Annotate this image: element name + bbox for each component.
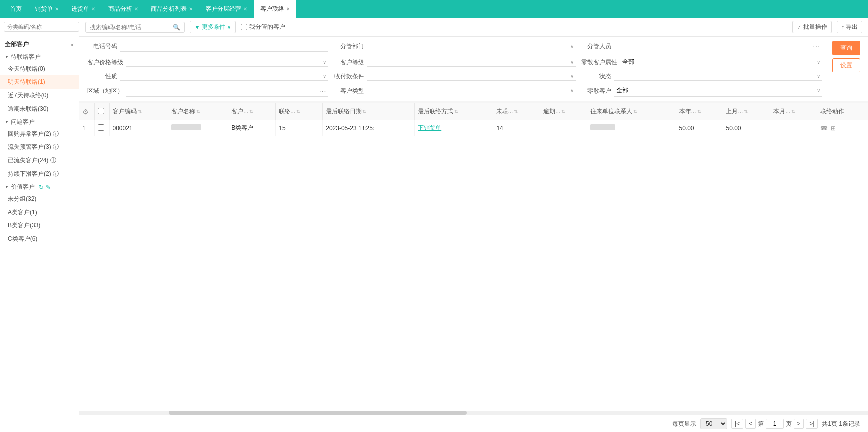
row-uncontacted: 14 [493, 120, 540, 136]
refresh-icon[interactable]: ↻ [39, 184, 44, 191]
sidebar-item-overdue[interactable]: 逾期未联络(30) [0, 102, 79, 116]
row-action-icons: ☎ ⊞ [817, 120, 868, 136]
sidebar-group-pending: ▼ 待联络客户 [0, 51, 79, 62]
filter-row-2: 客户价格等级 ∨ 客户等级 ∨ [87, 56, 822, 68]
table-row: 1 000021 B类客户 15 2023-05-23 18:25: 下销货单 [79, 120, 868, 136]
payment-select[interactable]: ∨ [367, 72, 575, 81]
nav-home[interactable]: 首页 [4, 0, 28, 18]
settings-button[interactable]: 设置 [832, 58, 860, 72]
nature-select[interactable]: ∨ [120, 72, 328, 81]
nav-close-customer-tier[interactable]: ✕ [243, 6, 247, 12]
next-page-btn[interactable]: > [794, 419, 804, 429]
nav-close-customer-contact[interactable]: ✕ [286, 6, 290, 12]
last-page-btn[interactable]: >| [806, 419, 818, 429]
price-level-select[interactable]: ∨ [126, 58, 328, 67]
row-last-month: 50.00 [723, 120, 770, 136]
row-type: B类客户 [228, 120, 276, 136]
sidebar-item-tomorrow[interactable]: 明天待联络(1) [0, 75, 79, 89]
first-page-btn[interactable]: |< [731, 419, 743, 429]
nav-purchase-order[interactable]: 进货单 ✕ [66, 0, 101, 18]
horizontal-scrollbar[interactable] [79, 411, 868, 415]
filter-row-1: 电话号码 分管部门 ∨ [87, 41, 822, 52]
sort-icon-11: ⇅ [744, 109, 748, 114]
page-size-select[interactable]: 50 20 100 [700, 418, 727, 429]
main-search-input[interactable] [90, 24, 171, 31]
nav-close-product-list[interactable]: ✕ [189, 6, 193, 12]
collapse-icon[interactable]: « [71, 41, 74, 48]
table-footer: 每页显示 50 20 100 |< < 第 页 > >| 共1页 1条记录 [79, 415, 868, 432]
scrollbar-thumb[interactable] [169, 411, 467, 415]
nav-product-analysis[interactable]: 商品分析 ✕ [102, 0, 144, 18]
nav-customer-contact[interactable]: 客户联络 ✕ [254, 0, 296, 18]
row-name [168, 120, 228, 136]
chevron-icon: ∧ [227, 24, 231, 31]
retail-customer-select[interactable]: 全部 ∨ [614, 85, 822, 97]
export-btn[interactable]: ↑ 导出 [837, 21, 862, 33]
nav-close-sales[interactable]: ✕ [55, 6, 59, 12]
advanced-filters: 电话号码 分管部门 ∨ [79, 37, 868, 101]
filter-price-level: 客户价格等级 ∨ [87, 58, 328, 67]
customer-level-select[interactable]: ∨ [367, 58, 575, 67]
manager-dots[interactable]: ··· [813, 42, 820, 50]
retail-attr-select[interactable]: 全部 ∨ [620, 56, 822, 68]
row-code: 000021 [109, 120, 168, 136]
my-customers-checkbox[interactable]: 我分管的客户 [241, 23, 285, 31]
row-this-year: 50.00 [676, 120, 723, 136]
col-uncontacted: 未联...⇅ [493, 103, 540, 120]
phone-input[interactable] [122, 43, 326, 50]
sidebar-item-today[interactable]: 今天待联络(0) [0, 62, 79, 75]
region-dots[interactable]: ··· [319, 87, 327, 95]
col-last-month: 上月...⇅ [723, 103, 770, 120]
sidebar-item-declining[interactable]: 持续下滑客户(2) ⓘ [0, 167, 79, 181]
sidebar-item-7days[interactable]: 近7天待联络(0) [0, 89, 79, 102]
sidebar-item-repurchase-abnormal[interactable]: 回购异常客户(2) ⓘ [0, 127, 79, 141]
sidebar-search-input[interactable] [4, 22, 79, 32]
row-select-checkbox[interactable] [98, 124, 104, 131]
col-code: 客户编码⇅ [109, 103, 168, 120]
nav-product-analysis-list[interactable]: 商品分析列表 ✕ [145, 0, 199, 18]
chevron-down-icon-4: ∨ [817, 59, 820, 65]
sort-icon: ⇅ [138, 109, 142, 114]
nav-sales-order[interactable]: 销货单 ✕ [29, 0, 65, 18]
row-checkbox [94, 120, 109, 136]
sort-icon-8: ⇅ [561, 109, 565, 114]
my-customers-input[interactable] [241, 24, 247, 30]
chevron-down-icon-8: ∨ [570, 88, 574, 93]
row-index: 1 [79, 120, 94, 136]
main-search-icon[interactable]: 🔍 [173, 24, 180, 31]
filter-status: 状态 ∨ [581, 72, 822, 81]
sidebar-item-class-c[interactable]: C类客户(6) [0, 232, 79, 246]
filter-retail-customer: 零散客户 全部 ∨ [581, 85, 822, 97]
all-customers-label: 全部客户 [5, 40, 29, 49]
nav-close-product-analysis[interactable]: ✕ [134, 6, 138, 12]
edit-icon[interactable]: ✎ [46, 184, 51, 191]
phone-action-icon[interactable]: ☎ [820, 125, 828, 132]
data-table-wrap: ⚙ 客户编码⇅ 客户名称⇅ 客户...⇅ [79, 103, 868, 411]
prev-page-btn[interactable]: < [745, 419, 756, 429]
batch-operation-btn[interactable]: ☑ 批量操作 [792, 21, 832, 33]
chevron-down-icon-9: ∨ [817, 88, 820, 93]
select-all-checkbox[interactable] [98, 108, 104, 114]
sidebar-item-churn-warning[interactable]: 流失预警客户(3) ⓘ [0, 141, 79, 154]
customer-type-select[interactable]: ∨ [367, 86, 575, 95]
dept-select[interactable]: ∨ [367, 42, 575, 51]
nav-close-purchase[interactable]: ✕ [91, 6, 95, 12]
page-number-input[interactable] [766, 419, 784, 429]
filter-icon: ▼ [194, 24, 200, 31]
sidebar-item-ungrouped[interactable]: 未分组(32) [0, 192, 79, 206]
gear-icon[interactable]: ⚙ [82, 108, 89, 116]
nav-customer-tier[interactable]: 客户分层经营 ✕ [200, 0, 253, 18]
status-select[interactable]: ∨ [614, 72, 822, 81]
sidebar-item-class-a[interactable]: A类客户(1) [0, 206, 79, 219]
page-label: 第 [758, 420, 764, 428]
col-this-month: 本月...⇅ [770, 103, 817, 120]
more-action-icon[interactable]: ⊞ [831, 125, 836, 132]
sidebar-group-problem: ▼ 问题客户 [0, 116, 79, 127]
data-table: ⚙ 客户编码⇅ 客户名称⇅ 客户...⇅ [79, 103, 868, 136]
more-filters-btn[interactable]: ▼ 更多条件 ∧ [190, 21, 236, 33]
chevron-down-icon-2: ∨ [323, 59, 326, 65]
sort-icon-2: ⇅ [196, 109, 200, 114]
sidebar-item-churned[interactable]: 已流失客户(24) ⓘ [0, 154, 79, 167]
sidebar-item-class-b[interactable]: B类客户(33) [0, 219, 79, 232]
query-button[interactable]: 查询 [832, 41, 860, 55]
